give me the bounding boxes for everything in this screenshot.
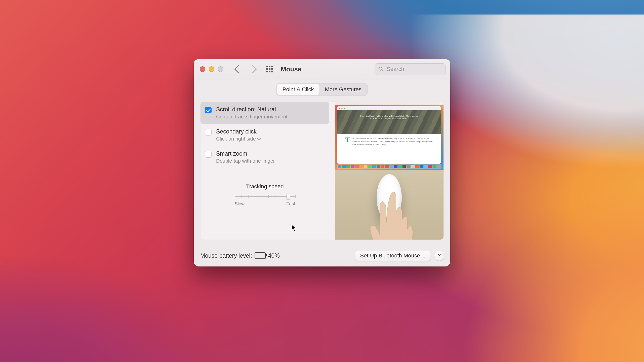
- tracking-speed-slider[interactable]: [235, 193, 295, 200]
- setup-bluetooth-mouse-button[interactable]: Set Up Bluetooth Mouse…: [355, 250, 431, 261]
- option-scroll-direction[interactable]: Scroll direction: Natural Content tracks…: [200, 102, 329, 124]
- close-button[interactable]: [200, 66, 205, 72]
- window-title: Mouse: [281, 65, 301, 73]
- preview-hand-icon: [364, 189, 422, 240]
- tab-more-gestures[interactable]: More Gestures: [319, 84, 367, 95]
- show-all-button[interactable]: [266, 66, 273, 73]
- smart-zoom-sublabel: Double-tap with one finger: [216, 158, 275, 164]
- secondary-click-sublabel: Click on right side: [216, 135, 256, 142]
- option-secondary-click[interactable]: Secondary click Click on right side: [200, 124, 329, 146]
- options-list: Scroll direction: Natural Content tracks…: [200, 102, 329, 240]
- footer: Mouse battery level: 40% Set Up Bluetoot…: [194, 245, 450, 266]
- scroll-direction-label: Scroll direction: Natural: [216, 106, 287, 113]
- svg-line-1: [382, 70, 383, 71]
- secondary-click-dropdown[interactable]: Click on right side: [216, 135, 261, 142]
- settings-panel: Scroll direction: Natural Content tracks…: [200, 102, 444, 240]
- tracking-speed-label: Tracking speed: [200, 183, 329, 190]
- preview-screen: From its offices in midtown, the archite…: [335, 102, 444, 170]
- zoom-button[interactable]: [218, 66, 223, 72]
- gesture-preview: From its offices in midtown, the archite…: [335, 102, 444, 240]
- tab-point-and-click[interactable]: Point & Click: [277, 84, 319, 95]
- secondary-click-checkbox[interactable]: [205, 129, 212, 135]
- tracking-speed-group: Tracking speed Slow Fast: [200, 183, 329, 207]
- battery-percentage: 40%: [268, 252, 280, 259]
- traffic-lights: [200, 66, 223, 72]
- option-smart-zoom[interactable]: Smart zoom Double-tap with one finger: [200, 146, 329, 168]
- smart-zoom-label: Smart zoom: [216, 150, 275, 158]
- preview-desk: [335, 170, 444, 240]
- forward-button[interactable]: [248, 65, 257, 73]
- tracking-slow-label: Slow: [235, 201, 245, 207]
- tab-bar: Point & Click More Gestures: [200, 83, 444, 96]
- back-button[interactable]: [234, 65, 243, 73]
- minimize-button[interactable]: [209, 66, 214, 72]
- preview-hero-text: From its offices in midtown, the archite…: [358, 115, 420, 120]
- battery-label: Mouse battery level:: [200, 252, 252, 259]
- scroll-direction-checkbox[interactable]: [205, 107, 212, 113]
- preview-dock: [337, 164, 441, 169]
- scroll-direction-sublabel: Content tracks finger movement: [216, 113, 287, 120]
- chevron-down-icon: [257, 137, 261, 141]
- search-field[interactable]: [375, 63, 446, 75]
- system-preferences-window: Mouse Point & Click More Gestures: [194, 59, 450, 266]
- preview-article-text: he reputation of the architect declined …: [352, 137, 433, 146]
- search-icon: [378, 66, 384, 72]
- secondary-click-label: Secondary click: [216, 128, 261, 135]
- tracking-fast-label: Fast: [286, 201, 295, 207]
- svg-point-0: [379, 67, 382, 70]
- search-input[interactable]: [386, 66, 442, 73]
- battery-icon: [255, 252, 266, 259]
- smart-zoom-checkbox[interactable]: [205, 151, 212, 158]
- titlebar: Mouse: [194, 59, 450, 79]
- help-button[interactable]: ?: [434, 251, 444, 261]
